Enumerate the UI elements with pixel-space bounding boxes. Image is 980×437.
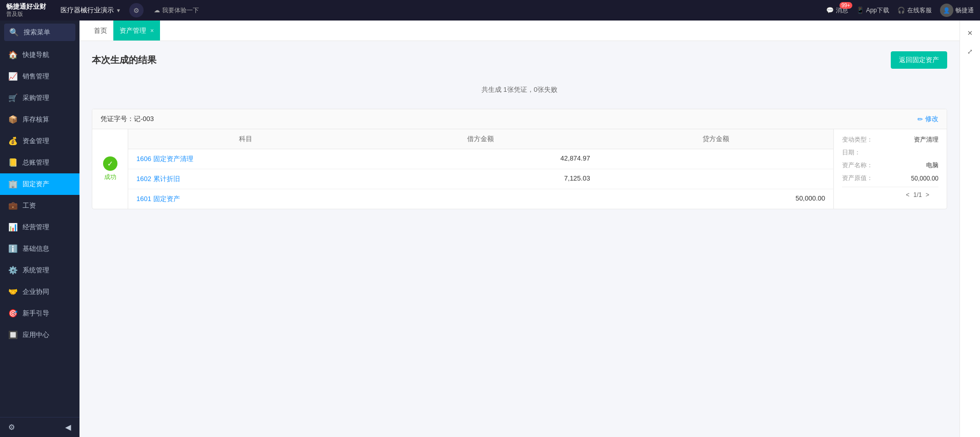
online-service-label: 在线客服 [907, 6, 932, 15]
company-selector[interactable]: 医疗器械行业演示 ▼ [61, 6, 121, 15]
result-summary: 共生成 1张凭证，0张失败 [92, 79, 947, 101]
row3-credit: 50,000.00 [598, 189, 833, 209]
sidebar-item-fixed[interactable]: 🏢 固定资产 [0, 173, 79, 195]
asset-value-label: 资产原值： [842, 174, 873, 183]
sidebar-ops-label: 经营管理 [23, 223, 49, 232]
search-icon: 🔍 [9, 28, 18, 37]
side-info-asset-value: 资产原值： 50,000.00 [842, 174, 938, 183]
date-label: 日期： [842, 148, 861, 157]
sidebar-collapse-icon[interactable]: ◀ [65, 423, 71, 432]
sidebar-item-purchase[interactable]: 🛒 采购管理 [0, 87, 79, 109]
app-download-action[interactable]: 📱 App下载 [856, 6, 889, 15]
tab-home[interactable]: 首页 [88, 21, 113, 41]
username: 畅捷通 [955, 6, 974, 15]
cloud-icon: ☁ [154, 7, 160, 14]
fixed-assets-icon: 🏢 [8, 180, 17, 189]
pagination: < 1/1 > [842, 187, 938, 203]
sidebar-item-payroll[interactable]: 💼 工资 [0, 195, 79, 216]
tab-home-label: 首页 [94, 26, 107, 35]
tab-bar: 首页 资产管理 × [79, 21, 959, 41]
message-icon: 💬 [826, 7, 834, 14]
sidebar-item-corp[interactable]: 🤝 企业协同 [0, 281, 79, 303]
online-service-action[interactable]: 🎧 在线客服 [897, 6, 932, 15]
header-subject: 科目 [128, 129, 363, 149]
pagination-prev[interactable]: < [906, 191, 910, 198]
sidebar-ledger-label: 总账管理 [23, 158, 49, 167]
sidebar-item-sales[interactable]: 📈 销售管理 [0, 66, 79, 87]
sidebar-basic-label: 基础信息 [23, 244, 49, 253]
asset-name-value: 电脑 [926, 161, 938, 170]
status-text: 成功 [104, 173, 116, 182]
row3-subject: 1601 固定资产 [128, 189, 363, 209]
ops-icon: 📊 [8, 223, 17, 232]
sidebar-sales-label: 销售管理 [23, 72, 49, 81]
sidebar-item-funds[interactable]: 💰 资金管理 [0, 130, 79, 152]
sidebar-item-system[interactable]: ⚙️ 系统管理 [0, 260, 79, 281]
header-debit: 借方金额 [363, 129, 598, 149]
page-title: 本次生成的结果 [92, 54, 156, 66]
close-panel-button[interactable]: ✕ [962, 25, 978, 41]
experience-label: 我要体验一下 [162, 6, 199, 15]
sidebar-item-apps[interactable]: 🔲 应用中心 [0, 324, 79, 346]
voucher-card: 凭证字号：记-003 ✏ 修改 ✓ 成功 [92, 109, 947, 209]
table-row: 1606 固定资产清理 42,874.97 [128, 149, 833, 169]
logo-main: 畅捷通好业财 [6, 3, 46, 11]
sidebar-item-inventory[interactable]: 📦 库存核算 [0, 109, 79, 130]
change-type-value: 资产清理 [914, 135, 938, 144]
company-name: 医疗器械行业演示 [61, 6, 114, 15]
edit-button[interactable]: ✏ 修改 [917, 114, 938, 124]
sidebar: 🔍 搜索菜单 🏠 快捷导航 📈 销售管理 🛒 采购管理 📦 库存核算 💰 资金管… [0, 21, 79, 437]
messages-action[interactable]: 💬 消息 99+ [826, 6, 848, 15]
sidebar-item-search[interactable]: 🔍 搜索菜单 [4, 24, 75, 41]
side-info-panel: 变动类型： 资产清理 日期： 资产名称： 电脑 资产原值： [834, 129, 947, 209]
page-header: 本次生成的结果 返回固定资产 [92, 51, 947, 69]
row2-subject: 1602 累计折旧 [128, 169, 363, 189]
sales-icon: 📈 [8, 72, 17, 81]
sidebar-corp-label: 企业协同 [23, 287, 49, 296]
edit-label: 修改 [925, 114, 938, 124]
right-panel: ✕ ⤢ [959, 21, 980, 437]
top-header: 畅捷通好业财 普及版 医疗器械行业演示 ▼ ⚙ ☁ 我要体验一下 💬 消息 99… [0, 0, 980, 21]
voucher-header: 凭证字号：记-003 ✏ 修改 [92, 109, 947, 129]
table-header: 科目 借方金额 贷方金额 [128, 129, 833, 149]
table-row: 1602 累计折旧 7,125.03 [128, 169, 833, 189]
sidebar-item-ledger[interactable]: 📒 总账管理 [0, 152, 79, 173]
back-to-fixed-assets-button[interactable]: 返回固定资产 [891, 51, 947, 69]
logo-sub: 普及版 [6, 10, 46, 18]
sidebar-footer: ⚙ ◀ [0, 417, 79, 437]
sidebar-settings-icon[interactable]: ⚙ [8, 423, 15, 432]
sidebar-item-basic[interactable]: ℹ️ 基础信息 [0, 238, 79, 260]
tab-close-icon[interactable]: × [150, 27, 154, 34]
funds-icon: 💰 [8, 136, 17, 146]
sidebar-item-guide[interactable]: 🎯 新手引导 [0, 303, 79, 324]
header-left: 畅捷通好业财 普及版 医疗器械行业演示 ▼ ⚙ ☁ 我要体验一下 [6, 3, 199, 18]
ledger-icon: 📒 [8, 158, 17, 167]
sidebar-item-quicknav[interactable]: 🏠 快捷导航 [0, 44, 79, 66]
expand-panel-button[interactable]: ⤢ [962, 43, 978, 59]
sidebar-purchase-label: 采购管理 [23, 93, 49, 103]
tab-asset-management[interactable]: 资产管理 × [113, 21, 160, 41]
table-row: 1601 固定资产 50,000.00 [128, 189, 833, 209]
row1-debit: 42,874.97 [363, 149, 598, 169]
edit-icon: ✏ [917, 115, 923, 123]
side-info-asset-name: 资产名称： 电脑 [842, 161, 938, 170]
logo: 畅捷通好业财 普及版 [6, 3, 46, 18]
sidebar-apps-label: 应用中心 [23, 330, 49, 340]
user-action[interactable]: 👤 畅捷通 [940, 4, 974, 17]
settings-icon[interactable]: ⚙ [129, 3, 144, 17]
phone-icon: 📱 [856, 7, 864, 14]
sidebar-quicknav-label: 快捷导航 [23, 50, 49, 59]
side-info-change-type: 变动类型： 资产清理 [842, 135, 938, 144]
sidebar-payroll-label: 工资 [23, 201, 36, 210]
content-area: 首页 资产管理 × 本次生成的结果 返回固定资产 共生成 1张凭证，0张失败 凭… [79, 21, 959, 437]
corp-icon: 🤝 [8, 287, 17, 296]
sidebar-item-ops[interactable]: 📊 经营管理 [0, 216, 79, 238]
pagination-next[interactable]: > [926, 191, 929, 198]
experience-button[interactable]: ☁ 我要体验一下 [154, 6, 199, 15]
status-cell: ✓ 成功 [92, 129, 128, 209]
sidebar-guide-label: 新手引导 [23, 309, 49, 318]
change-type-label: 变动类型： [842, 135, 873, 144]
row1-credit [598, 149, 833, 169]
asset-name-label: 资产名称： [842, 161, 873, 170]
sidebar-search-label: 搜索菜单 [24, 28, 50, 37]
